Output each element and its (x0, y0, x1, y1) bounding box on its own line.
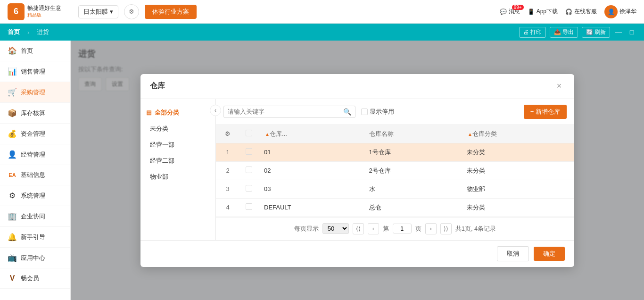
user-item[interactable]: 👤 徐泽华 (604, 5, 636, 18)
app-download-item[interactable]: 📱 App下载 (528, 8, 558, 16)
show-disabled-text: 显示停用 (370, 108, 394, 116)
export-button[interactable]: 📤 导出 (550, 27, 578, 38)
last-page-button[interactable]: ⟩⟩ (440, 223, 452, 234)
finance-icon: 💰 (8, 129, 17, 138)
row-check-4[interactable] (239, 198, 258, 217)
first-page-button[interactable]: ⟨⟨ (353, 223, 364, 234)
sidebar-label-finance: 资金管理 (21, 130, 45, 138)
gear-icon: ⚙ (129, 8, 134, 15)
maximize-button[interactable]: □ (627, 27, 636, 37)
sidebar-item-apps[interactable]: 📺 应用中心 (0, 248, 70, 268)
row-check-2[interactable] (239, 161, 258, 180)
col-name: 仓库名称 (363, 125, 461, 143)
row-code-2: 02 (258, 161, 363, 180)
sidebar: 🏠 首页 📊 销售管理 🛒 采购管理 📦 库存核算 💰 资金管理 👤 经营管理 … (0, 41, 71, 300)
home-icon: 🏠 (8, 46, 17, 55)
modal-body: ⊞ 全部分类 ‹ 未分类 经营一部 经营二部 物业部 (140, 99, 574, 240)
sidebar-item-system[interactable]: ⚙ 系统管理 (0, 185, 70, 206)
table-header-row: ⚙ ▲仓库... 仓库名称 (216, 125, 574, 143)
close-button[interactable]: × (553, 81, 565, 92)
sidebar-label-system: 系统管理 (21, 192, 45, 200)
sidebar-item-home[interactable]: 🏠 首页 (0, 41, 70, 61)
prev-page-button[interactable]: ‹ (368, 223, 379, 234)
show-disabled-checkbox[interactable] (361, 108, 368, 115)
row-code-4: DEFAULT (258, 198, 363, 217)
cancel-button[interactable]: 取消 (497, 246, 529, 261)
col-category: ▲仓库分类 (461, 125, 574, 143)
row-check-1[interactable] (239, 143, 258, 161)
trial-button[interactable]: 体验行业方案 (145, 5, 197, 19)
add-warehouse-button[interactable]: + 新增仓库 (524, 105, 567, 119)
breadcrumb-purchase[interactable]: 进货 (37, 28, 49, 36)
sidebar-label-inventory: 库存核算 (21, 109, 45, 117)
top-header: 6 畅捷通好生意 精品版 日太阳膜 ▾ ⚙ 体验行业方案 💬 消息 99+ 📱 … (0, 0, 644, 24)
inventory-icon: 📦 (8, 108, 17, 117)
row-cat-4: 未分类 (461, 198, 574, 217)
logo-icon: 6 (8, 3, 25, 20)
phone-icon: 📱 (528, 8, 535, 15)
refresh-button[interactable]: 🔄 刷新 (582, 27, 610, 38)
gear-col-icon: ⚙ (225, 130, 231, 137)
category-item-dept2[interactable]: 经营二部 (140, 153, 215, 169)
breadcrumb-separator: › (27, 29, 29, 36)
print-button[interactable]: 🖨 打印 (519, 27, 546, 38)
message-item[interactable]: 💬 消息 99+ (500, 8, 520, 16)
category-item-dept1[interactable]: 经营一部 (140, 137, 215, 153)
sidebar-item-basic[interactable]: EA 基础信息 (0, 165, 70, 185)
page-label: 第 (383, 225, 389, 233)
user-icon: 👤 (608, 8, 615, 15)
row-num-3: 3 (216, 180, 239, 198)
store-selector[interactable]: 日太阳膜 ▾ (78, 5, 118, 18)
page-input[interactable] (393, 224, 412, 233)
row-cat-3: 物业部 (461, 180, 574, 198)
category-item-unclassified[interactable]: 未分类 (140, 121, 215, 137)
per-page-select[interactable]: 50 100 200 (322, 223, 349, 234)
sidebar-item-collab[interactable]: 🏢 企业协同 (0, 206, 70, 227)
sidebar-item-purchase[interactable]: 🛒 采购管理 (0, 82, 70, 103)
sidebar-item-operation[interactable]: 👤 经营管理 (0, 144, 70, 165)
table-row[interactable]: 1 01 1号仓库 未分类 (216, 143, 574, 161)
search-input[interactable] (228, 108, 343, 115)
header-right: 💬 消息 99+ 📱 App下载 🎧 在线客服 👤 徐泽华 (500, 5, 636, 18)
sidebar-item-vip[interactable]: V 畅会员 (0, 268, 70, 289)
sidebar-item-inventory[interactable]: 📦 库存核算 (0, 103, 70, 124)
logo-text-block: 畅捷通好生意 精品版 (27, 5, 61, 19)
row-num-1: 1 (216, 143, 239, 161)
collab-icon: 🏢 (8, 212, 17, 221)
category-all[interactable]: ⊞ 全部分类 (140, 105, 215, 121)
sub-header-actions: 🖨 打印 📤 导出 🔄 刷新 — □ (519, 27, 636, 38)
next-page-button[interactable]: › (425, 223, 437, 234)
avatar: 👤 (604, 5, 618, 18)
sidebar-label-purchase: 采购管理 (21, 88, 45, 97)
row-name-2: 2号仓库 (363, 161, 461, 180)
sidebar-item-finance[interactable]: 💰 资金管理 (0, 124, 70, 144)
table-row[interactable]: 3 03 水 物业部 (216, 180, 574, 198)
sidebar-item-guide[interactable]: 🔔 新手引导 (0, 227, 70, 248)
category-item-property[interactable]: 物业部 (140, 169, 215, 185)
settings-button[interactable]: ⚙ (124, 4, 139, 19)
user-name: 徐泽华 (619, 8, 636, 16)
col-code[interactable]: ▲仓库... (258, 125, 363, 143)
search-wrap: 🔍 (223, 106, 355, 118)
table-row[interactable]: 2 02 2号仓库 未分类 (216, 161, 574, 180)
sidebar-item-sales[interactable]: 📊 销售管理 (0, 61, 70, 82)
search-icon: 🔍 (343, 108, 351, 116)
row-check-3[interactable] (239, 180, 258, 198)
show-disabled-label[interactable]: 显示停用 (361, 108, 394, 116)
row-name-1: 1号仓库 (363, 143, 461, 161)
basic-icon: EA (8, 172, 17, 178)
header-center: 日太阳膜 ▾ ⚙ 体验行业方案 (78, 4, 500, 19)
sidebar-label-sales: 销售管理 (21, 67, 45, 76)
col-checkbox (239, 125, 258, 143)
select-all-checkbox[interactable] (246, 130, 252, 136)
sidebar-label-vip: 畅会员 (21, 274, 39, 283)
vip-icon: V (8, 274, 17, 283)
minimize-button[interactable]: — (614, 27, 623, 37)
confirm-button[interactable]: 确定 (534, 247, 565, 261)
pagination-bar: 每页显示 50 100 200 ⟨⟨ ‹ 第 页 › (216, 217, 574, 240)
service-item[interactable]: 🎧 在线客服 (565, 8, 597, 16)
sort-icon-cat: ▲ (468, 132, 472, 137)
breadcrumb-home[interactable]: 首页 (8, 28, 20, 36)
collapse-button[interactable]: ‹ (210, 105, 221, 116)
table-row[interactable]: 4 DEFAULT 总仓 未分类 (216, 198, 574, 217)
